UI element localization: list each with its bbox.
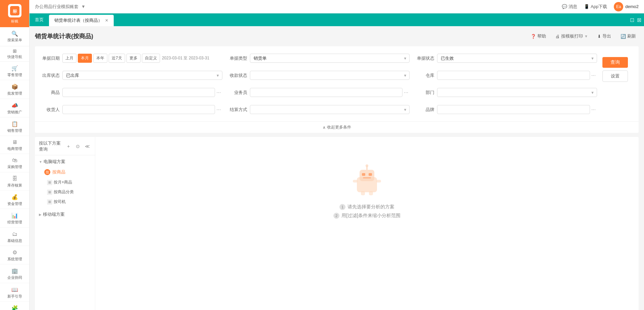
logo-area[interactable]: 标 标账 (0, 0, 29, 27)
date-btn-more[interactable]: 更多 (126, 54, 141, 63)
svg-text:标: 标 (12, 9, 17, 14)
refresh-label: 刷新 (627, 33, 636, 39)
query-btn[interactable]: 查询 (602, 57, 628, 68)
sidebar-item-inventory[interactable]: 🗄 库存核算 (0, 172, 29, 191)
scheme-subitem-month-goods[interactable]: ⊞ 按月+商品 (35, 177, 95, 187)
filter-goods: 商品 ··· (40, 86, 228, 99)
breadcrumb-dropdown[interactable]: ▼ (81, 4, 86, 9)
svg-point-8 (366, 164, 368, 167)
warehouse-content: ··· (437, 71, 597, 80)
sidebar-search[interactable]: 🔍 搜索菜单 (0, 27, 29, 46)
receiver-input[interactable] (62, 105, 215, 114)
goods-input[interactable] (62, 88, 215, 97)
scheme-group-pc-title[interactable]: ▼ 电脑端方案 (35, 157, 95, 167)
brand-input[interactable] (437, 105, 590, 114)
receipt-status-select[interactable] (250, 71, 410, 80)
app-icon: 📱 (584, 4, 589, 9)
export-icon: ⬇ (597, 34, 601, 39)
sidebar-item-guide[interactable]: 📖 新手引导 (0, 283, 29, 302)
help-icon: ❓ (531, 34, 536, 39)
sidebar-item-enterprise[interactable]: 🏢 企业协同 (0, 264, 29, 283)
sidebar-item-system[interactable]: ⚙ 系统管理 (0, 246, 29, 264)
date-btn-this-month[interactable]: 本月 (78, 54, 92, 63)
sidebar-item-operations[interactable]: 📊 经营管理 (0, 209, 29, 227)
scheme-subitem-goods-category[interactable]: ⊞ 按商品分类 (35, 187, 95, 197)
filter-row-4: 收货人 ··· 结算方式 (40, 103, 602, 116)
warehouse-dots[interactable]: ··· (590, 72, 597, 79)
sidebar-item-sales[interactable]: 📋 销售管理 (0, 117, 29, 136)
collapse-bar[interactable]: ∧ 收起更多条件 (35, 121, 639, 133)
main-area: 办公用品行业模拟账套 ▼ 💬 消息 📱 App下载 Ea demo2 首页 销货… (30, 0, 644, 310)
logo-icon: 标 (8, 4, 21, 17)
filter-department: 部门 ▼ (415, 86, 602, 99)
date-btn-this-year[interactable]: 本年 (93, 54, 107, 63)
top-header: 办公用品行业模拟账套 ▼ 💬 消息 📱 App下载 Ea demo2 (30, 0, 644, 13)
goods-dots[interactable]: ··· (215, 90, 222, 96)
tab-maximize-btn[interactable]: ⊠ (637, 17, 641, 23)
system-icon: ⚙ (12, 249, 17, 256)
receiver-dots[interactable]: ··· (215, 107, 222, 113)
empty-hint-1-text: 请先选择要分析的方案 (347, 204, 394, 210)
date-range-text: 2023-03-01 至 2023-03-31 (162, 55, 209, 61)
refresh-icon: 🔄 (621, 34, 626, 39)
tab-home[interactable]: 首页 (30, 13, 49, 26)
doc-status-content: 已生效 ▼ (437, 54, 597, 63)
sidebar-quicknav[interactable]: ⊞ 快捷导航 (0, 46, 29, 62)
template-print-btn[interactable]: 🖨 按模板打印 ▼ (553, 32, 591, 41)
scheme-header-label: 按以下方案查询 (39, 140, 63, 152)
tab-close-btn[interactable]: ✕ (105, 18, 108, 23)
scheme-group-mobile-label: 移动端方案 (43, 211, 65, 217)
settings-btn[interactable]: 设置 (602, 70, 628, 82)
date-btn-custom[interactable]: 自定义 (142, 54, 160, 63)
doc-status-select[interactable]: 已生效 (437, 54, 597, 63)
header-msg-btn[interactable]: 💬 消息 (562, 4, 577, 10)
header-user[interactable]: Ea demo2 (614, 2, 639, 11)
guide-icon: 📖 (11, 287, 18, 293)
sidebar-item-basic[interactable]: 🗂 基础信息 (0, 228, 29, 246)
doc-type-select[interactable]: 销货单 (250, 54, 410, 63)
scheme-panel: 按以下方案查询 + ⊙ ≪ ▼ 电脑端方案 按 按商品 (35, 137, 95, 310)
scheme-item-by-goods[interactable]: 按 按商品 (35, 167, 95, 177)
warehouse-input[interactable] (437, 71, 590, 80)
receipt-status-content: ▼ (250, 71, 410, 80)
refresh-btn[interactable]: 🔄 刷新 (618, 32, 639, 41)
empty-hint-2: 2 用[过滤]条件来缩小分析范围 (333, 213, 400, 219)
department-select-wrap: ▼ (437, 88, 597, 97)
department-select[interactable] (437, 88, 597, 97)
scheme-subitem-clerk[interactable]: ⊞ 按司机 (35, 197, 95, 207)
collapse-label: 收起更多条件 (327, 124, 351, 130)
tab-minimize-btn[interactable]: ⊡ (630, 17, 634, 23)
tab-sales-stat[interactable]: 销货单统计表（按商品） ✕ (49, 15, 114, 26)
payment-select[interactable] (250, 105, 410, 114)
date-btn-last-month[interactable]: 上月 (62, 54, 76, 63)
sidebar-item-enterprise-label: 企业协同 (7, 275, 22, 280)
sidebar-item-ecommerce[interactable]: 🖥 电商管理 (0, 136, 29, 154)
scheme-collapse-btn[interactable]: ≪ (84, 143, 91, 150)
help-btn[interactable]: ❓ 帮助 (528, 32, 549, 41)
scheme-add-btn[interactable]: + (65, 143, 72, 150)
app-label: App下载 (591, 4, 607, 10)
sidebar-item-appcenter[interactable]: 🧩 应用中心 (0, 302, 29, 310)
filter-date: 单据日期 上月 本月 本年 近7天 更多 自定义 20 (40, 52, 228, 65)
brand-dots[interactable]: ··· (590, 107, 597, 113)
scheme-settings-btn[interactable]: ⊙ (74, 143, 82, 150)
export-btn[interactable]: ⬇ 导出 (595, 32, 614, 41)
sidebar-item-purchase[interactable]: 🛍 采购管理 (0, 154, 29, 172)
filter-salesperson: 业务员 ··· (228, 86, 415, 99)
salesperson-dots[interactable]: ··· (402, 90, 410, 96)
finance-icon: 💰 (11, 194, 18, 200)
sidebar-item-retail[interactable]: 🛒 零售管理 (0, 62, 29, 80)
department-content: ▼ (437, 88, 597, 97)
scheme-group-mobile-title[interactable]: ▶ 移动端方案 (35, 209, 95, 219)
salesperson-input[interactable] (250, 88, 402, 97)
header-app-btn[interactable]: 📱 App下载 (584, 4, 607, 10)
date-btn-7days[interactable]: 近7天 (109, 54, 125, 63)
date-btn-group: 上月 本月 本年 近7天 更多 自定义 (62, 54, 160, 63)
sidebar-item-operations-label: 经营管理 (7, 220, 22, 224)
sidebar-item-marketing[interactable]: 📣 营销推广 (0, 99, 29, 117)
sidebar-item-finance[interactable]: 💰 资金管理 (0, 191, 29, 209)
month-goods-label: 按月+商品 (54, 179, 72, 185)
sidebar-item-wholesale[interactable]: 📦 批发管理 (0, 80, 29, 99)
out-status-select[interactable]: 已出库 (62, 71, 222, 80)
filter-brand: 品牌 ··· (415, 103, 602, 116)
